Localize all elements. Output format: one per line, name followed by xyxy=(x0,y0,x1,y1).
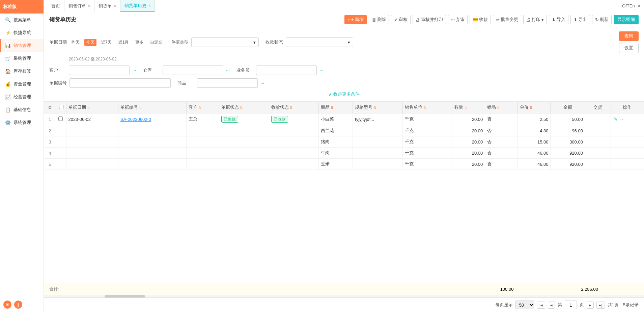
col-checkbox[interactable] xyxy=(56,102,66,113)
collapse-button[interactable]: ∧ 收起更多条件 xyxy=(49,91,639,97)
col-doc-no[interactable]: 单据编号 ⇅ xyxy=(118,102,186,113)
tab-sales-order[interactable]: 销售订单 × xyxy=(64,0,94,12)
tab-sales-delivery[interactable]: 销货单 × xyxy=(94,0,120,12)
horizontal-scrollbar[interactable] xyxy=(44,295,644,297)
spec-sort[interactable]: 规格型号 ⇅ xyxy=(355,104,400,110)
tab-sales-history-close[interactable]: × xyxy=(148,4,150,8)
import-button[interactable]: ⬇ 导入 xyxy=(549,15,568,24)
audit-print-button[interactable]: 🖨 审核并打印 xyxy=(413,15,446,24)
sidebar-item-quick-nav[interactable]: ⚡ 快捷导航 xyxy=(0,26,44,39)
query-button[interactable]: 查询 xyxy=(619,31,639,41)
next-page-btn[interactable]: ▸ xyxy=(587,302,594,309)
date-shortcut-1month[interactable]: 近1月 xyxy=(116,39,131,46)
new-button[interactable]: + + 新增 xyxy=(344,15,367,24)
last-page-btn[interactable]: ▸| xyxy=(596,302,605,309)
docno-input[interactable] xyxy=(69,78,171,88)
refresh-button[interactable]: ↻ 刷新 xyxy=(592,15,612,24)
col-spec[interactable]: 规格型号 ⇅ xyxy=(353,102,403,113)
print-button[interactable]: 🖨 打印 ▾ xyxy=(523,15,547,24)
doctype-select[interactable]: ▾ xyxy=(191,37,259,47)
setup-button[interactable]: 设置 xyxy=(619,43,639,53)
collect-button[interactable]: 💳 收款 xyxy=(470,15,491,24)
sidebar-bottom-btn-1[interactable]: ☀ xyxy=(3,301,11,309)
sidebar-bottom-btn-2[interactable]: ‖ xyxy=(14,301,22,309)
salesman-more-icon[interactable]: ··· xyxy=(319,68,324,73)
date-shortcut-7days[interactable]: 近7天 xyxy=(99,39,114,46)
payment-select[interactable]: ▾ xyxy=(286,37,353,47)
per-page-select[interactable]: 50 20 100 xyxy=(515,301,534,309)
salesman-input[interactable] xyxy=(256,66,317,75)
warehouse-input[interactable] xyxy=(163,66,223,75)
price-sort[interactable]: 单价 ⇅ xyxy=(520,104,548,110)
col-goods[interactable]: 商品 ⇅ xyxy=(319,102,353,113)
col-settings[interactable]: ⚙ xyxy=(44,102,56,113)
customer-input[interactable] xyxy=(69,66,130,75)
warehouse-more-icon[interactable]: ··· xyxy=(226,68,230,73)
export-icon: ⬆ xyxy=(573,17,577,22)
row-customer-1: 王总 xyxy=(186,113,219,125)
sidebar-item-operations[interactable]: 📈 经营管理 xyxy=(0,90,44,103)
batch-change-button[interactable]: ✏ 批量变更 xyxy=(493,15,521,24)
date-shortcut-custom[interactable]: 自定义 xyxy=(148,39,164,46)
prev-page-btn[interactable]: ◂ xyxy=(548,302,555,309)
select-all-checkbox[interactable] xyxy=(59,105,63,109)
col-payment-status[interactable]: 收款状态 ⇅ xyxy=(269,102,319,113)
sidebar-item-search-menu[interactable]: 🔍 搜索菜单 xyxy=(0,14,44,26)
unit-sort[interactable]: 销售单位 ⇅ xyxy=(405,104,450,110)
delete-button[interactable]: 🗑 删除 xyxy=(369,15,389,24)
more-btn-1[interactable]: ⋯ xyxy=(619,116,625,123)
row-checkbox-4[interactable] xyxy=(56,148,66,159)
edit-btn-1[interactable]: ✎ xyxy=(613,116,618,123)
doc-status-sort[interactable]: 单据状态 ⇅ xyxy=(221,104,267,110)
col-gift[interactable]: 赠品 ⇅ xyxy=(485,102,518,113)
col-qty[interactable]: 数量 ⇅ xyxy=(452,102,485,113)
settings-icon[interactable]: ⚙ xyxy=(48,105,52,110)
qty-sort[interactable]: 数量 ⇅ xyxy=(454,104,483,110)
abandon-button[interactable]: ↩ 弃审 xyxy=(448,15,468,24)
col-price[interactable]: 单价 ⇅ xyxy=(518,102,551,113)
date-shortcut-more[interactable]: 更多 xyxy=(133,39,145,46)
page-label-post: 页 xyxy=(580,302,584,308)
sidebar-item-basic-info[interactable]: 📋 基础信息 xyxy=(0,103,44,116)
doc-no-sort[interactable]: 单据编号 ⇅ xyxy=(120,104,184,110)
date-shortcut-today[interactable]: 今天 xyxy=(84,39,96,46)
tab-home[interactable]: 首页 xyxy=(47,0,64,12)
row-qty-4: 20.00 xyxy=(452,148,485,159)
date-shortcut-yesterday[interactable]: 昨天 xyxy=(69,39,82,46)
sidebar-item-purchase-mgmt[interactable]: 🛒 采购管理 xyxy=(0,52,44,65)
row-doc-no-1[interactable]: SA-20230602-0 xyxy=(118,113,186,125)
gift-sort-icon: ⇅ xyxy=(497,106,500,109)
row-qty-5: 20.00 xyxy=(452,159,485,170)
col-customer[interactable]: 客户 ⇅ xyxy=(186,102,219,113)
col-doc-status[interactable]: 单据状态 ⇅ xyxy=(219,102,269,113)
doc-date-sort[interactable]: 单据日期 ⇅ xyxy=(68,104,116,110)
tab-sales-delivery-close[interactable]: × xyxy=(114,4,116,8)
row-checkbox-3[interactable] xyxy=(56,136,66,148)
customer-more-icon[interactable]: ··· xyxy=(132,68,136,73)
col-unit[interactable]: 销售单位 ⇅ xyxy=(402,102,452,113)
customer-sort[interactable]: 客户 ⇅ xyxy=(189,104,217,110)
show-details-button[interactable]: 显示明细 xyxy=(614,15,639,24)
row-checkbox-1[interactable] xyxy=(56,113,66,125)
row-num-2: 2 xyxy=(44,125,56,136)
goods-label: 商品 xyxy=(177,80,194,86)
export-button[interactable]: ⬆ 导出 xyxy=(570,15,590,24)
page-input[interactable] xyxy=(565,301,577,309)
row-checkbox-2[interactable] xyxy=(56,125,66,136)
sidebar-item-sales-mgmt[interactable]: 📊 销售管理 xyxy=(0,39,44,52)
payment-status-sort[interactable]: 收款状态 ⇅ xyxy=(271,104,317,110)
window-close-icon[interactable]: × xyxy=(638,3,641,9)
tab-sales-history[interactable]: 销货单历史 × xyxy=(120,0,155,12)
row-checkbox-5[interactable] xyxy=(56,159,66,170)
first-page-btn[interactable]: |◂ xyxy=(537,302,545,309)
goods-input[interactable] xyxy=(197,78,258,88)
sidebar-item-system[interactable]: ⚙️ 系统管理 xyxy=(0,116,44,129)
audit-button[interactable]: ✔ 审核 xyxy=(391,15,411,24)
goods-sort[interactable]: 商品 ⇅ xyxy=(321,104,351,110)
tab-sales-order-close[interactable]: × xyxy=(88,4,90,8)
sidebar-item-inventory[interactable]: 🏠 库存核算 xyxy=(0,65,44,78)
gift-sort[interactable]: 赠品 ⇅ xyxy=(487,104,515,110)
goods-more-icon[interactable]: ··· xyxy=(260,80,264,86)
col-doc-date[interactable]: 单据日期 ⇅ xyxy=(66,102,118,113)
sidebar-item-finance[interactable]: 💰 资金管理 xyxy=(0,78,44,90)
